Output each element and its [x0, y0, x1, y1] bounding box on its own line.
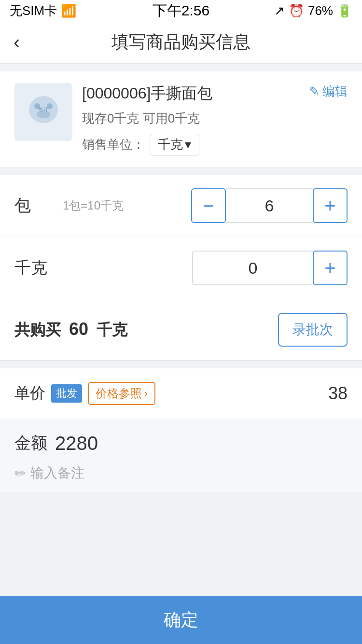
package-section: 包 1包=10千克 − + 千克 + 共购买 60 千克 录批次: [0, 175, 362, 361]
package-quantity-control: − +: [191, 188, 348, 223]
package-decrement-button[interactable]: −: [191, 188, 226, 223]
confirm-button-label: 确定: [164, 608, 198, 632]
status-time: 下午2:56: [153, 1, 209, 21]
package-increment-button[interactable]: +: [313, 188, 348, 223]
price-ref-button[interactable]: 价格参照 ›: [88, 382, 155, 405]
kilogram-increment-button[interactable]: +: [313, 251, 348, 285]
batch-badge: 批发: [51, 384, 82, 403]
battery-icon: 🔋: [337, 3, 352, 18]
price-ref-label: 价格参照: [96, 386, 142, 401]
remark-icon: ✏: [14, 465, 26, 481]
battery-label: 76%: [308, 3, 333, 18]
edit-icon: ✎: [309, 84, 320, 99]
amount-row: 金额 2280: [14, 432, 348, 454]
record-batch-button[interactable]: 录批次: [278, 313, 348, 347]
remark-row[interactable]: ✏ 输入备注: [14, 464, 348, 482]
svg-text:智计: 智计: [39, 107, 48, 112]
remark-placeholder: 输入备注: [30, 464, 84, 482]
location-icon: ↗: [274, 3, 285, 18]
kilogram-quantity-input[interactable]: [192, 251, 313, 285]
status-left: 无SIM卡 📶: [10, 2, 76, 19]
kilogram-row: 千克 +: [0, 237, 362, 299]
price-section: 单价 批发 价格参照 › 38: [0, 368, 362, 419]
unit-select[interactable]: 千克 ▾: [150, 134, 199, 155]
confirm-button[interactable]: 确定: [0, 596, 362, 644]
price-ref-icon: ›: [144, 387, 148, 400]
wifi-icon: 📶: [61, 3, 76, 18]
separator-2: [0, 167, 362, 175]
kilogram-quantity-control: +: [192, 251, 348, 285]
package-quantity-input[interactable]: [226, 188, 313, 223]
amount-value: 2280: [55, 433, 98, 454]
summary-unit: 千克: [97, 321, 127, 338]
summary-prefix: 共购买: [14, 321, 61, 338]
product-name: [0000006]手撕面包: [82, 83, 348, 104]
summary-amount: 60: [69, 319, 88, 339]
alarm-icon: ⏰: [289, 3, 304, 18]
product-logo: 智计: [27, 93, 60, 132]
price-value: 38: [328, 383, 348, 404]
unit-dropdown-icon: ▾: [185, 137, 191, 152]
amount-label: 金额: [14, 432, 47, 454]
product-image: 智计: [14, 83, 72, 141]
status-right: ↗ ⏰ 76% 🔋: [274, 3, 352, 18]
edit-button[interactable]: ✎ 编辑: [309, 83, 348, 100]
carrier-label: 无SIM卡: [10, 2, 57, 19]
unit-label: 销售单位：: [82, 136, 145, 153]
amount-section: 金额 2280 ✏ 输入备注: [0, 419, 362, 492]
product-info: [0000006]手撕面包 现存0千克 可用0千克 销售单位： 千克 ▾: [82, 83, 348, 155]
product-card: 智计 [0000006]手撕面包 现存0千克 可用0千克 销售单位： 千克 ▾ …: [0, 71, 362, 167]
product-stock: 现存0千克 可用0千克: [82, 110, 348, 127]
nav-bar: ‹ 填写商品购买信息: [0, 21, 362, 64]
kilogram-label: 千克: [14, 257, 53, 279]
unit-value: 千克: [158, 136, 183, 153]
summary-text: 共购买 60 千克: [14, 319, 127, 341]
edit-label: 编辑: [322, 83, 348, 100]
package-row: 包 1包=10千克 − +: [0, 175, 362, 237]
product-unit-row: 销售单位： 千克 ▾: [82, 134, 348, 155]
back-button[interactable]: ‹: [14, 31, 20, 53]
page-title: 填写商品购买信息: [111, 30, 251, 54]
separator-1: [0, 64, 362, 71]
summary-row: 共购买 60 千克 录批次: [0, 299, 362, 361]
status-bar: 无SIM卡 📶 下午2:56 ↗ ⏰ 76% 🔋: [0, 0, 362, 21]
price-left: 单价 批发 价格参照 ›: [14, 382, 155, 405]
package-label: 包: [14, 195, 53, 217]
package-hint: 1包=10千克: [63, 198, 181, 213]
separator-3: [0, 361, 362, 368]
price-label: 单价: [14, 383, 45, 404]
